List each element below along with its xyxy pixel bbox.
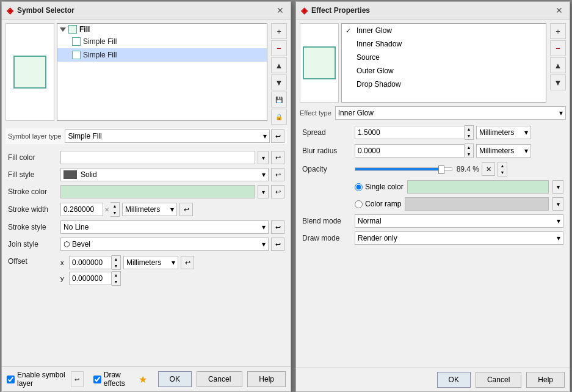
effect-properties-ok-button[interactable]: OK [437, 372, 471, 388]
symbol-selector-close-button[interactable]: ✕ [275, 5, 286, 16]
stroke-width-clear-button[interactable]: ✕ [103, 206, 110, 213]
stroke-width-label: Stroke width [8, 205, 57, 214]
remove-effect-button[interactable]: − [550, 40, 566, 56]
layer-list-area: Fill Simple Fill Simple Fill + − ▲ ▼ [5, 23, 287, 125]
fill-collapse-icon[interactable] [60, 27, 66, 32]
effect-type-select[interactable]: Inner Glow ▾ [335, 106, 566, 120]
opacity-slider-thumb[interactable] [438, 165, 444, 174]
offset-unit-select[interactable]: Millimeters ▾ [123, 256, 178, 269]
effect-row[interactable]: ✓ Drop Shadow [342, 78, 546, 91]
spread-unit-select[interactable]: Millimeters ▾ [476, 126, 531, 139]
fill-color-reset-button[interactable]: ↩ [271, 151, 284, 164]
fill-group-header[interactable]: Fill [57, 24, 267, 35]
add-effect-button[interactable]: + [550, 23, 566, 39]
spread-input[interactable] [355, 126, 465, 139]
offset-y-decrement-button[interactable]: ▼ [112, 278, 120, 285]
stroke-color-reset-button[interactable]: ↩ [271, 185, 284, 198]
join-style-row: Join style ⬡ Bevel ▾ ↩ [5, 236, 287, 253]
enable-symbol-layer-reset-button[interactable]: ↩ [71, 371, 84, 387]
symbol-selector-cancel-button[interactable]: Cancel [197, 371, 242, 387]
opacity-slider[interactable] [355, 167, 452, 171]
spread-decrement-button[interactable]: ▼ [465, 132, 473, 139]
blur-radius-increment-button[interactable]: ▲ [465, 144, 473, 151]
fill-style-value: Solid [81, 170, 97, 179]
stroke-color-dropdown-button[interactable]: ▾ [258, 185, 269, 198]
layer-row[interactable]: Simple Fill [57, 48, 267, 62]
join-style-reset-button[interactable]: ↩ [271, 238, 284, 251]
symbol-layer-type-value: Simple Fill [68, 132, 101, 140]
stroke-style-select[interactable]: No Line ▾ [60, 220, 269, 234]
enable-symbol-layer-checkbox-label[interactable]: Enable symbol layer [7, 371, 66, 388]
blur-radius-unit-select[interactable]: Millimeters ▾ [476, 144, 531, 158]
draw-mode-value: Render only [358, 234, 397, 242]
offset-reset-button[interactable]: ↩ [181, 256, 194, 269]
blur-radius-unit-value: Millimeters [479, 147, 514, 155]
draw-effects-star-button[interactable]: ★ [138, 372, 148, 386]
effect-list[interactable]: ✓ Inner Glow ✓ Inner Shadow ✓ Source ✓ O… [341, 23, 546, 103]
offset-y-spin-buttons: ▲ ▼ [112, 271, 121, 286]
offset-x-spin-buttons: ▲ ▼ [112, 255, 121, 270]
symbol-selector-ok-button[interactable]: OK [158, 371, 192, 387]
effect-properties-close-button[interactable]: ✕ [554, 5, 565, 16]
enable-symbol-layer-checkbox[interactable] [7, 376, 15, 383]
blend-mode-select[interactable]: Normal ▾ [355, 214, 563, 228]
single-color-swatch[interactable] [407, 180, 549, 194]
fill-style-reset-button[interactable]: ↩ [271, 168, 284, 181]
add-layer-button[interactable]: + [271, 23, 287, 39]
blend-mode-dropdown-icon: ▾ [557, 217, 560, 225]
remove-layer-button[interactable]: − [271, 40, 287, 56]
single-color-radio[interactable] [355, 183, 363, 191]
symbol-layer-type-select[interactable]: Simple Fill ▾ [65, 129, 270, 143]
draw-effects-checkbox[interactable] [93, 376, 101, 383]
layer-list[interactable]: Fill Simple Fill Simple Fill [57, 23, 267, 121]
effect-row[interactable]: ✓ Outer Glow [342, 64, 546, 78]
color-ramp-swatch[interactable] [405, 197, 549, 211]
single-color-radio-label[interactable]: Single color [355, 183, 404, 191]
opacity-reset-button[interactable]: ✕ [482, 162, 495, 176]
stroke-style-reset-button[interactable]: ↩ [271, 220, 284, 234]
layer-row[interactable]: Simple Fill [57, 35, 267, 48]
opacity-decrement-button[interactable]: ▼ [498, 169, 507, 176]
color-ramp-radio[interactable] [355, 200, 363, 208]
offset-y-input[interactable] [69, 272, 112, 285]
symbol-selector-help-button[interactable]: Help [247, 371, 286, 387]
stroke-width-unit-select[interactable]: Millimeters ▾ [122, 203, 177, 216]
fill-color-dropdown-button[interactable]: ▾ [258, 151, 269, 164]
draw-effects-checkbox-label[interactable]: Draw effects [93, 371, 133, 388]
spread-increment-button[interactable]: ▲ [465, 126, 473, 132]
single-color-dropdown-button[interactable]: ▾ [552, 180, 563, 194]
offset-x-input[interactable] [69, 256, 112, 269]
effect-row[interactable]: ✓ Source [342, 51, 546, 64]
move-layer-down-button[interactable]: ▼ [271, 74, 287, 90]
effect-properties-help-button[interactable]: Help [526, 372, 565, 388]
stroke-width-input[interactable] [60, 203, 103, 216]
effect-type-row: Effect type Inner Glow ▾ [300, 106, 566, 120]
fill-color-swatch[interactable] [60, 151, 255, 164]
offset-y-increment-button[interactable]: ▲ [112, 272, 120, 278]
color-ramp-dropdown-button[interactable]: ▾ [552, 197, 563, 211]
opacity-increment-button[interactable]: ▲ [498, 162, 507, 169]
save-layer-button[interactable]: 💾 [271, 92, 287, 107]
effect-properties-cancel-button[interactable]: Cancel [476, 372, 521, 388]
blur-radius-decrement-button[interactable]: ▼ [465, 151, 473, 158]
effect-row[interactable]: ✓ Inner Shadow [342, 37, 546, 51]
color-ramp-radio-label[interactable]: Color ramp [355, 200, 401, 208]
move-effect-down-button[interactable]: ▼ [550, 74, 566, 90]
stroke-width-decrement-button[interactable]: ▼ [110, 209, 119, 216]
move-layer-up-button[interactable]: ▲ [271, 57, 287, 73]
effect-row[interactable]: ✓ Inner Glow [342, 24, 546, 37]
stroke-color-swatch[interactable] [60, 185, 255, 198]
offset-x-decrement-button[interactable]: ▼ [112, 263, 120, 269]
move-effect-up-button[interactable]: ▲ [550, 57, 566, 73]
lock-layer-button[interactable]: 🔒 [271, 109, 287, 125]
offset-controls: x ▲ ▼ Millimeters ▾ ↩ [60, 255, 284, 286]
stroke-width-reset-button[interactable]: ↩ [179, 203, 193, 216]
fill-style-select[interactable]: Solid ▾ [60, 168, 269, 181]
blur-radius-input[interactable] [355, 144, 465, 158]
fill-header-label: Fill [79, 25, 90, 34]
stroke-width-increment-button[interactable]: ▲ [110, 203, 119, 209]
join-style-select[interactable]: ⬡ Bevel ▾ [60, 238, 269, 251]
offset-x-increment-button[interactable]: ▲ [112, 256, 120, 263]
symbol-layer-type-reset-button[interactable]: ↩ [271, 129, 284, 143]
draw-mode-select[interactable]: Render only ▾ [355, 231, 563, 245]
